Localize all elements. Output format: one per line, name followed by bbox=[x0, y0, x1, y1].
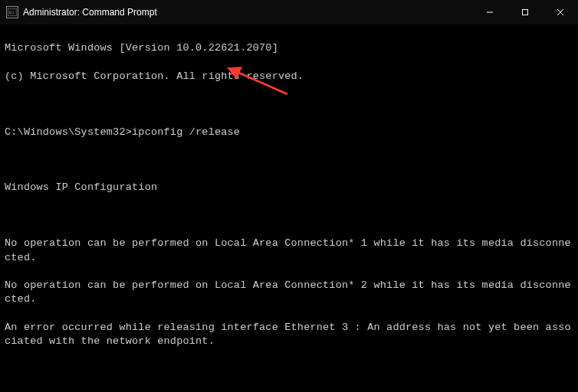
terminal-output[interactable]: Microsoft Windows [Version 10.0.22621.20… bbox=[0, 24, 578, 392]
blank-line bbox=[5, 362, 573, 376]
blank-line bbox=[5, 97, 573, 111]
output-line: (c) Microsoft Corporation. All rights re… bbox=[5, 70, 573, 83]
prompt-path: C:\Windows\System32> bbox=[5, 126, 132, 138]
svg-rect-3 bbox=[523, 10, 528, 15]
prompt-line: C:\Windows\System32>ipconfig /release bbox=[5, 126, 573, 139]
cmd-icon: C:\ bbox=[6, 6, 18, 18]
minimize-button[interactable] bbox=[472, 0, 507, 24]
blank-line bbox=[5, 153, 573, 167]
maximize-button[interactable] bbox=[507, 0, 543, 24]
window-title: Administrator: Command Prompt bbox=[23, 7, 472, 18]
blank-line bbox=[5, 209, 573, 223]
close-button[interactable] bbox=[543, 0, 578, 24]
output-line: No operation can be performed on Local A… bbox=[5, 237, 573, 264]
output-line: Microsoft Windows [Version 10.0.22621.20… bbox=[5, 41, 573, 55]
output-line: An error occurred while releasing interf… bbox=[5, 321, 573, 348]
svg-text:C:\: C:\ bbox=[9, 11, 15, 15]
titlebar: C:\ Administrator: Command Prompt bbox=[0, 0, 578, 24]
output-line: Windows IP Configuration bbox=[5, 181, 573, 194]
window-controls bbox=[472, 0, 578, 24]
command-text: ipconfig /release bbox=[132, 126, 240, 138]
output-line: No operation can be performed on Local A… bbox=[5, 279, 573, 306]
